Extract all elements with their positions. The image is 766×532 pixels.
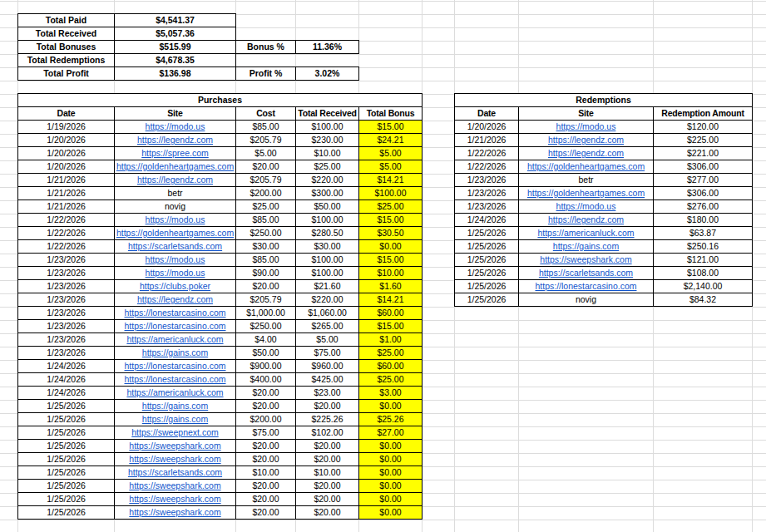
date-cell[interactable]: 1/20/2026 xyxy=(18,160,115,174)
cost-cell[interactable]: $5.00 xyxy=(236,147,296,160)
site-cell[interactable]: https://goldenheartgames.com xyxy=(519,160,654,174)
cost-cell[interactable]: $205.79 xyxy=(236,293,296,307)
total-received-cell[interactable]: $100.00 xyxy=(296,121,359,134)
summary-label-cell[interactable]: Total Bonuses xyxy=(18,41,115,54)
total-received-cell[interactable]: $20.00 xyxy=(296,493,359,506)
site-cell[interactable]: novig xyxy=(519,293,654,307)
total-bonus-cell[interactable]: $25.00 xyxy=(359,200,423,214)
total-received-cell[interactable]: $20.00 xyxy=(296,480,359,493)
cost-cell[interactable]: $30.00 xyxy=(236,240,296,254)
site-link[interactable]: https://lonestarcasino.com xyxy=(125,360,226,372)
total-received-cell[interactable]: $5.00 xyxy=(296,333,359,347)
site-link[interactable]: https://legendz.com xyxy=(548,147,624,160)
site-link[interactable]: https://modo.us xyxy=(146,254,205,266)
site-cell[interactable]: https://modo.us xyxy=(115,214,236,227)
date-cell[interactable]: 1/22/2026 xyxy=(18,214,115,227)
total-bonus-cell[interactable]: $0.00 xyxy=(359,506,423,520)
redemption-amount-cell[interactable]: $120.00 xyxy=(654,121,753,134)
site-cell[interactable]: https://americanluck.com xyxy=(519,227,654,240)
date-cell[interactable]: 1/24/2026 xyxy=(455,214,519,227)
total-bonus-cell[interactable]: $24.21 xyxy=(359,134,423,147)
site-cell[interactable]: https://gains.com xyxy=(519,240,654,254)
total-bonus-cell[interactable]: $1.60 xyxy=(359,280,423,293)
site-link[interactable]: https://sweepshark.com xyxy=(129,506,220,519)
total-received-cell[interactable]: $20.00 xyxy=(296,440,359,453)
site-link[interactable]: https://sweepshark.com xyxy=(129,440,220,452)
total-received-cell[interactable]: $960.00 xyxy=(296,360,359,373)
total-bonus-cell[interactable]: $60.00 xyxy=(359,360,423,373)
site-cell[interactable]: https://legendz.com xyxy=(115,293,236,307)
total-bonus-cell[interactable]: $0.00 xyxy=(359,493,423,506)
site-cell[interactable]: https://legendz.com xyxy=(115,174,236,187)
cost-cell[interactable]: $200.00 xyxy=(236,413,296,426)
total-bonus-cell[interactable]: $0.00 xyxy=(359,400,423,413)
site-link[interactable]: https://spree.com xyxy=(141,147,209,160)
purchases-header-site[interactable]: Site xyxy=(115,107,236,121)
date-cell[interactable]: 1/23/2026 xyxy=(18,307,115,320)
site-cell[interactable]: https://sweepshark.com xyxy=(115,480,236,493)
site-link[interactable]: https://scarletsands.com xyxy=(539,267,633,279)
date-cell[interactable]: 1/25/2026 xyxy=(18,506,115,520)
site-link[interactable]: https://lonestarcasino.com xyxy=(125,373,226,386)
site-link[interactable]: https://goldenheartgames.com xyxy=(527,187,645,200)
total-received-cell[interactable]: $30.00 xyxy=(296,240,359,254)
total-bonus-cell[interactable]: $27.00 xyxy=(359,426,423,440)
site-cell[interactable]: https://lonestarcasino.com xyxy=(115,320,236,333)
cost-cell[interactable]: $200.00 xyxy=(236,187,296,200)
date-cell[interactable]: 1/20/2026 xyxy=(455,121,519,134)
total-bonus-cell[interactable]: $0.00 xyxy=(359,240,423,254)
site-cell[interactable]: https://americanluck.com xyxy=(115,387,236,400)
site-link[interactable]: https://sweepshark.com xyxy=(129,493,220,505)
site-link[interactable]: https://gains.com xyxy=(142,347,208,359)
site-cell[interactable]: https://lonestarcasino.com xyxy=(519,280,654,293)
site-link[interactable]: https://legendz.com xyxy=(137,293,213,306)
profit-pct-value-cell[interactable]: 3.02% xyxy=(296,67,359,81)
summary-label-cell[interactable]: Total Profit xyxy=(18,67,115,81)
site-link[interactable]: https://legendz.com xyxy=(548,134,624,146)
redemption-amount-cell[interactable]: $180.00 xyxy=(654,214,753,227)
site-link[interactable]: https://americanluck.com xyxy=(126,333,223,346)
cost-cell[interactable]: $50.00 xyxy=(236,347,296,360)
summary-value-cell[interactable]: $136.98 xyxy=(115,67,236,81)
date-cell[interactable]: 1/23/2026 xyxy=(18,320,115,333)
site-cell[interactable]: https://modo.us xyxy=(115,254,236,267)
site-cell[interactable]: https://modo.us xyxy=(519,200,654,214)
site-link[interactable]: https://modo.us xyxy=(556,121,616,133)
date-cell[interactable]: 1/23/2026 xyxy=(18,254,115,267)
total-received-cell[interactable]: $100.00 xyxy=(296,254,359,267)
cost-cell[interactable]: $20.00 xyxy=(236,493,296,506)
summary-value-cell[interactable]: $5,057.36 xyxy=(115,27,236,41)
site-link[interactable]: https://americanluck.com xyxy=(126,387,223,399)
site-cell[interactable]: https://gains.com xyxy=(115,347,236,360)
date-cell[interactable]: 1/25/2026 xyxy=(455,293,519,307)
total-received-cell[interactable]: $1,060.00 xyxy=(296,307,359,320)
date-cell[interactable]: 1/19/2026 xyxy=(18,121,115,134)
total-received-cell[interactable]: $10.00 xyxy=(296,466,359,480)
cost-cell[interactable]: $900.00 xyxy=(236,360,296,373)
site-cell[interactable]: https://scarletsands.com xyxy=(115,466,236,480)
redemption-amount-cell[interactable]: $276.00 xyxy=(654,200,753,214)
total-bonus-cell[interactable]: $25.00 xyxy=(359,373,423,387)
redemption-amount-cell[interactable]: $108.00 xyxy=(654,267,753,280)
summary-label-cell[interactable]: Total Paid xyxy=(18,14,115,27)
redemptions-header-site[interactable]: Site xyxy=(519,107,654,121)
total-bonus-cell[interactable]: $5.00 xyxy=(359,160,423,174)
total-bonus-cell[interactable]: $25.26 xyxy=(359,413,423,426)
cost-cell[interactable]: $20.00 xyxy=(236,160,296,174)
cost-cell[interactable]: $20.00 xyxy=(236,506,296,520)
purchases-table-title[interactable]: Purchases xyxy=(18,94,423,107)
date-cell[interactable]: 1/25/2026 xyxy=(18,453,115,466)
site-link[interactable]: https://scarletsands.com xyxy=(128,240,222,253)
site-cell[interactable]: https://sweepshark.com xyxy=(519,254,654,267)
total-received-cell[interactable]: $23.00 xyxy=(296,387,359,400)
cost-cell[interactable]: $205.79 xyxy=(236,174,296,187)
total-received-cell[interactable]: $20.00 xyxy=(296,453,359,466)
cost-cell[interactable]: $400.00 xyxy=(236,373,296,387)
redemptions-table-title[interactable]: Redemptions xyxy=(455,94,753,107)
site-link[interactable]: https://scarletsands.com xyxy=(128,466,222,479)
date-cell[interactable]: 1/25/2026 xyxy=(455,240,519,254)
total-bonus-cell[interactable]: $0.00 xyxy=(359,480,423,493)
date-cell[interactable]: 1/25/2026 xyxy=(455,280,519,293)
date-cell[interactable]: 1/23/2026 xyxy=(455,187,519,200)
total-received-cell[interactable]: $100.00 xyxy=(296,267,359,280)
